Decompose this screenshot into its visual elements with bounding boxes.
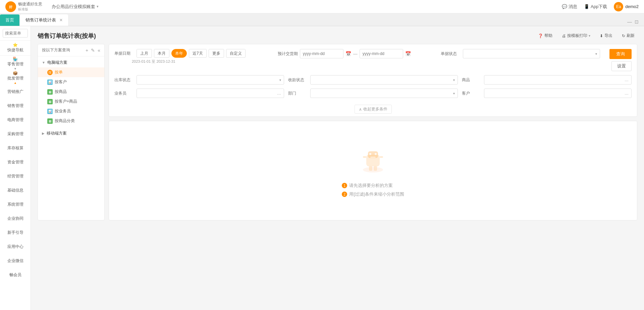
collapse-bar: ∧ 收起更多条件 — [114, 102, 632, 116]
sidebar-item-sales[interactable]: 销售管理 — [0, 99, 31, 113]
scheme-edit-icon[interactable]: ✎ — [91, 48, 95, 53]
sidebar-item-zero-retail[interactable]: 🏪 零售管理 ▼ — [0, 56, 31, 70]
date-btn-cur-month[interactable]: 本月 — [154, 49, 169, 58]
scheme-item-by-order[interactable]: 按 按单 — [38, 67, 104, 77]
scheme-item-by-salesperson[interactable]: 📊 按业务员 — [38, 106, 104, 116]
filter-col-receiptstatus: 收款状态 ▾ — [288, 75, 458, 85]
app-title: 办公用品行业模拟账套 — [52, 4, 95, 10]
tab-bar: 首页 销售订单统计表 ✕ — ⊡ — [0, 13, 644, 26]
message-action[interactable]: 💬 消息 — [562, 4, 577, 10]
scheme-item-by-product-category[interactable]: ▦ 按商品分类 — [38, 116, 104, 126]
search-input[interactable] — [3, 29, 28, 38]
filter-section: 单据日期 上月 本月 本年 近7天 更多 自定义 2023-01-01 至 20 — [109, 44, 637, 117]
scheme-group-pc-header[interactable]: ▼ 电脑端方案 — [38, 58, 104, 67]
user-info[interactable]: Ea demo2 — [614, 2, 639, 11]
zero-retail-arrow: ▼ — [14, 67, 17, 70]
app-download-action[interactable]: 📱 App下载 — [584, 4, 607, 10]
sidebar-item-nav[interactable]: ⭐ 快捷导航 — [0, 41, 31, 55]
delivery-start-input[interactable] — [300, 49, 343, 58]
sidebar-item-enterprise[interactable]: 企业协同 — [0, 211, 31, 225]
receipt-status-label: 收款状态 — [288, 77, 308, 83]
salesperson-select[interactable]: … — [137, 89, 284, 98]
help-btn[interactable]: ❓ 帮助 — [535, 32, 555, 40]
sidebar-item-ecommerce[interactable]: 电商管理 — [0, 113, 31, 127]
filter-col-department: 部门 ▾ — [288, 89, 458, 98]
scheme-item-by-customer-label: 按客户 — [55, 79, 67, 85]
refresh-btn[interactable]: ↻ 刷新 — [619, 32, 637, 40]
app-title-arrow[interactable]: ▾ — [97, 4, 99, 9]
tab-home[interactable]: 首页 — [0, 14, 19, 26]
app-download-label: App下载 — [591, 4, 607, 10]
scheme-group-pc-label: 电脑端方案 — [47, 60, 67, 65]
empty-tip-1: 1 请先选择要分析的方案 — [342, 183, 404, 189]
tab-sales-order-stat[interactable]: 销售订单统计表 ✕ — [20, 14, 68, 26]
salesperson-more-icon[interactable]: … — [277, 91, 281, 96]
content-area: 销售订单统计表(按单) ❓ 帮助 🖨 按模板打印 ▾ ⬇ 导出 — [31, 26, 644, 310]
help-label: 帮助 — [544, 33, 552, 39]
product-more-icon[interactable]: … — [625, 78, 629, 82]
scheme-item-by-customer-product-label: 按客户+商品 — [55, 99, 77, 104]
filter-row-1: 单据日期 上月 本月 本年 近7天 更多 自定义 2023-01-01 至 20 — [114, 49, 632, 71]
window-maximize-icon[interactable]: ⊡ — [635, 19, 639, 24]
scheme-collapse-icon[interactable]: « — [98, 48, 100, 53]
scheme-group-mobile-header[interactable]: ▶ 移动端方案 — [38, 128, 104, 138]
sidebar-item-purchase[interactable]: 采购管理 — [0, 127, 31, 141]
calendar-start-icon[interactable]: 📅 — [345, 51, 351, 56]
collapse-btn[interactable]: ∧ 收起更多条件 — [355, 105, 392, 114]
svg-point-5 — [369, 153, 371, 155]
customer-select[interactable]: … — [484, 89, 632, 98]
receipt-status-select[interactable]: ▾ — [310, 75, 458, 85]
customer-more-icon[interactable]: … — [625, 91, 629, 96]
single-status-select[interactable]: ▾ — [463, 49, 600, 58]
sidebar-item-marketing[interactable]: 营销推广 — [0, 85, 31, 99]
sidebar-item-basic[interactable]: 基础信息 — [0, 183, 31, 197]
department-select[interactable]: ▾ — [310, 89, 458, 98]
scheme-group-arrow-mobile: ▶ — [42, 132, 45, 135]
sidebar-item-newbie[interactable]: 新手引导 — [0, 225, 31, 240]
settings-button[interactable]: 设置 — [611, 61, 632, 71]
filter-col-date: 单据日期 上月 本月 本年 近7天 更多 自定义 2023-01-01 至 20 — [114, 49, 274, 64]
sidebar-item-finance[interactable]: 资金管理 — [0, 155, 31, 169]
svg-rect-8 — [363, 156, 366, 158]
sidebar-item-enterprise-wechat[interactable]: 企业微信 — [0, 254, 31, 268]
sidebar-item-wholesale[interactable]: 📦 批发管理 ▲ — [0, 70, 31, 85]
export-btn[interactable]: ⬇ 导出 — [597, 32, 615, 40]
scheme-item-by-order-label: 按单 — [55, 69, 63, 75]
help-icon: ❓ — [538, 34, 543, 38]
scheme-item-by-product-category-label: 按商品分类 — [55, 118, 75, 124]
app-title-area[interactable]: 办公用品行业模拟账套 ▾ — [52, 4, 99, 10]
filter-col-salesperson: 业务员 … — [114, 89, 284, 98]
date-btn-more[interactable]: 更多 — [209, 49, 224, 58]
date-btn-prev-month[interactable]: 上月 — [137, 49, 152, 58]
calendar-end-icon[interactable]: 📅 — [405, 51, 411, 56]
sidebar-divider-1 — [0, 55, 31, 56]
template-print-btn[interactable]: 🖨 按模板打印 ▾ — [559, 32, 593, 40]
print-arrow[interactable]: ▾ — [589, 34, 590, 38]
delivery-end-input[interactable] — [360, 49, 403, 58]
sidebar-item-app-center[interactable]: 应用中心 — [0, 240, 31, 254]
date-btn-last7[interactable]: 近7天 — [189, 49, 207, 58]
sidebar-item-operation[interactable]: 经营管理 — [0, 169, 31, 183]
date-btn-cur-year[interactable]: 本年 — [171, 49, 187, 58]
filter-row-2: 出库状态 ▾ 收款状态 ▾ — [114, 75, 632, 85]
scheme-item-icon-by-cat: ▦ — [47, 118, 53, 124]
sidebar-nav-icon: ⭐ — [13, 43, 18, 47]
product-select[interactable]: … — [484, 75, 632, 85]
logo-area[interactable]: 好 畅捷通好生意 标准版 — [5, 1, 42, 12]
tab-bar-actions: — ⊡ — [627, 19, 644, 26]
out-status-select[interactable]: ▾ — [137, 75, 284, 85]
scheme-add-icon[interactable]: + — [86, 48, 88, 53]
sidebar-item-member[interactable]: 畅会员 — [0, 268, 31, 282]
user-name: demo2 — [625, 4, 639, 9]
scheme-panel: 按以下方案查询 + ✎ « ▼ 电脑端方案 — [38, 44, 105, 220]
tab-close-icon[interactable]: ✕ — [59, 18, 63, 22]
scheme-item-by-customer[interactable]: 📊 按客户 — [38, 77, 104, 87]
scheme-item-by-customer-product[interactable]: ▦ 按客户+商品 — [38, 97, 104, 106]
svg-text:好: 好 — [9, 5, 13, 9]
scheme-item-by-product[interactable]: ▦ 按商品 — [38, 87, 104, 97]
query-button[interactable]: 查询 — [609, 49, 632, 59]
date-btn-custom[interactable]: 自定义 — [226, 49, 246, 58]
window-minimize-icon[interactable]: — — [627, 19, 632, 24]
sidebar-item-system[interactable]: 系统管理 — [0, 197, 31, 211]
sidebar-item-stock[interactable]: 库存核算 — [0, 141, 31, 155]
